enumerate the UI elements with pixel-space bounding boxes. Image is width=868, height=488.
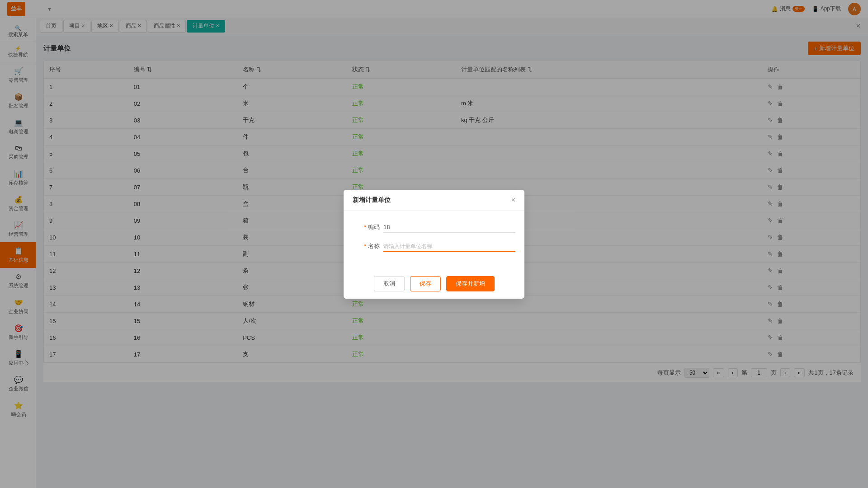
modal-footer: 取消 保存 保存并新增 (344, 271, 524, 299)
modal-close-button[interactable]: × (511, 197, 515, 204)
code-label: 编码 (353, 223, 380, 231)
code-input[interactable] (383, 222, 515, 233)
modal-title: 新增计量单位 (353, 196, 391, 204)
modal-body: 编码 名称 (344, 211, 524, 271)
save-button[interactable]: 保存 (410, 276, 441, 291)
modal-header: 新增计量单位 × (344, 190, 524, 211)
form-row-name: 名称 (353, 241, 515, 252)
save-and-new-button[interactable]: 保存并新增 (446, 276, 495, 291)
name-label: 名称 (353, 242, 380, 250)
cancel-button[interactable]: 取消 (374, 276, 405, 291)
modal-overlay[interactable]: 新增计量单位 × 编码 名称 取消 保存 保存并新增 (0, 0, 868, 488)
name-input[interactable] (383, 241, 515, 252)
form-row-code: 编码 (353, 222, 515, 233)
add-unit-modal: 新增计量单位 × 编码 名称 取消 保存 保存并新增 (344, 190, 524, 299)
